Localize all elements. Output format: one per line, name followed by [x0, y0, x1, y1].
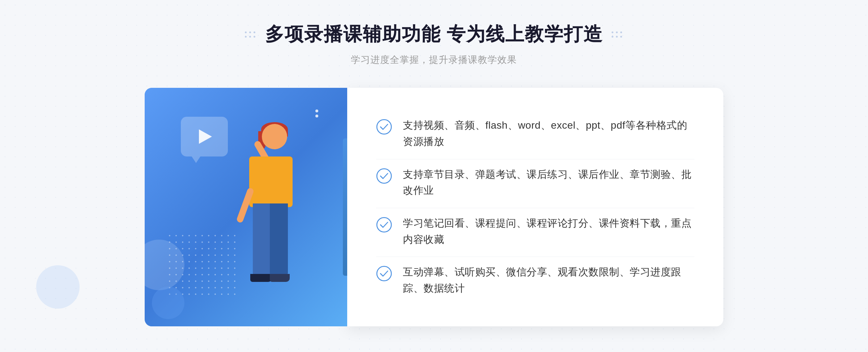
- person-shirt: [249, 156, 293, 207]
- svg-point-1: [377, 169, 391, 183]
- header-section: 多项录播课辅助功能 专为线上教学打造 学习进度全掌握，提升录播课教学效果: [245, 22, 623, 66]
- left-decorative-dots: [245, 31, 256, 38]
- page-title: 多项录播课辅助功能 专为线上教学打造: [265, 22, 603, 47]
- feature-item-3: 学习笔记回看、课程提问、课程评论打分、课件资料下载，重点内容收藏: [376, 208, 694, 255]
- person-pants-left: [253, 203, 271, 276]
- check-circle-icon-4: [376, 266, 392, 282]
- feature-item-4: 互动弹幕、试听购买、微信分享、观看次数限制、学习进度跟踪、数据统计: [376, 257, 694, 304]
- feature-text-3: 学习笔记回看、课程提问、课程评论打分、课件资料下载，重点内容收藏: [403, 215, 694, 248]
- svg-point-0: [377, 120, 391, 134]
- person-pants-right: [270, 203, 288, 276]
- content-area: »: [145, 88, 723, 326]
- page-wrapper: 多项录播课辅助功能 专为线上教学打造 学习进度全掌握，提升录播课教学效果 »: [0, 0, 868, 352]
- page-subtitle: 学习进度全掌握，提升录播课教学效果: [245, 53, 623, 66]
- side-circle-decoration: [36, 265, 80, 309]
- person-shoe-left: [250, 274, 272, 282]
- person-head: [262, 124, 287, 149]
- right-decorative-dots: [612, 31, 623, 38]
- accent-bar: [343, 138, 347, 276]
- decorative-circle-small: [152, 287, 184, 319]
- header-title-row: 多项录播课辅助功能 专为线上教学打造: [245, 22, 623, 47]
- light-streak-decoration: [315, 110, 318, 117]
- feature-item-1: 支持视频、音频、flash、word、excel、ppt、pdf等各种格式的资源…: [376, 110, 694, 157]
- person-illustration: [211, 124, 327, 326]
- check-circle-icon-1: [376, 119, 392, 135]
- svg-point-2: [377, 218, 391, 232]
- person-shoe-right: [270, 274, 290, 282]
- check-circle-icon-2: [376, 168, 392, 184]
- feature-text-2: 支持章节目录、弹题考试、课后练习、课后作业、章节测验、批改作业: [403, 167, 694, 199]
- illustration-card: [145, 88, 347, 326]
- feature-text-4: 互动弹幕、试听购买、微信分享、观看次数限制、学习进度跟踪、数据统计: [403, 264, 694, 297]
- play-button-icon: [199, 129, 212, 144]
- features-card: 支持视频、音频、flash、word、excel、ppt、pdf等各种格式的资源…: [347, 88, 723, 326]
- svg-point-3: [377, 266, 391, 281]
- feature-text-1: 支持视频、音频、flash、word、excel、ppt、pdf等各种格式的资源…: [403, 117, 694, 150]
- check-circle-icon-3: [376, 217, 392, 233]
- feature-item-2: 支持章节目录、弹题考试、课后练习、课后作业、章节测验、批改作业: [376, 159, 694, 206]
